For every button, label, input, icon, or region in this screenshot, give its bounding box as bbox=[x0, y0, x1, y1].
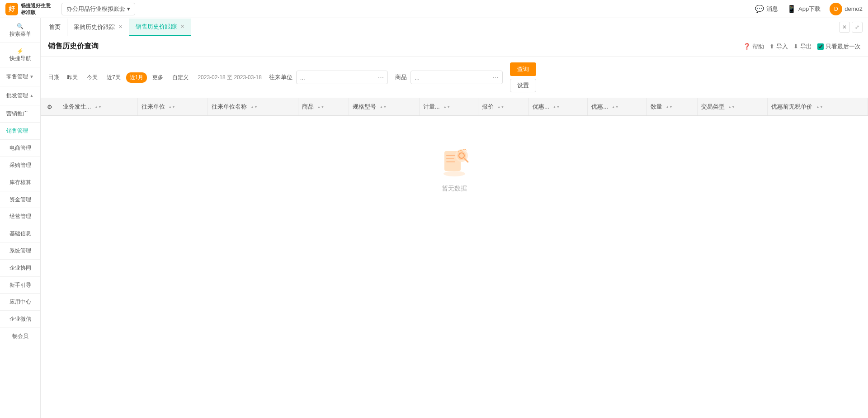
sidebar-item-finance[interactable]: 资金管理 bbox=[0, 191, 40, 209]
th-discount2[interactable]: 优惠... ▲▼ bbox=[588, 98, 646, 116]
partner-label: 往来单位 bbox=[269, 73, 292, 81]
th-qty[interactable]: 数量 ▲▼ bbox=[646, 98, 697, 116]
settings-button[interactable]: 设置 bbox=[510, 79, 536, 92]
help-button[interactable]: ❓ 帮助 bbox=[743, 43, 764, 51]
partner-input[interactable] bbox=[300, 74, 376, 81]
th-unit[interactable]: 计量... ▲▼ bbox=[419, 98, 478, 116]
sidebar: 🔍 搜索菜单 ⚡ 快捷导航 零售管理 ▼ 批发管理 ▲ 营销推广 销售管理 电商… bbox=[0, 18, 41, 418]
th-spec[interactable]: 规格型号 ▲▼ bbox=[349, 98, 419, 116]
title-actions: ❓ 帮助 ⬆ 导入 ⬇ 导出 只看最后一次 bbox=[743, 43, 861, 51]
data-table: ⚙ 业务发生... ▲▼ 往来单位 ▲▼ bbox=[41, 98, 868, 116]
download-label: App下载 bbox=[798, 5, 821, 13]
partner-input-wrapper[interactable]: ··· bbox=[296, 71, 388, 84]
sort-arrows-qty: ▲▼ bbox=[665, 105, 673, 109]
sidebar-item-enterprise[interactable]: 企业协同 bbox=[0, 260, 40, 277]
sidebar-item-operations[interactable]: 经营管理 bbox=[0, 208, 40, 225]
sidebar-item-system[interactable]: 系统管理 bbox=[0, 242, 40, 260]
sort-arrows-unit: ▲▼ bbox=[443, 105, 450, 109]
sort-arrows-spec: ▲▼ bbox=[380, 105, 387, 109]
date-tab-last7days[interactable]: 近7天 bbox=[103, 72, 124, 83]
th-product[interactable]: 商品 ▲▼ bbox=[298, 98, 349, 116]
th-gear[interactable]: ⚙ bbox=[41, 98, 59, 116]
tab-purchase-label: 采购历史价跟踪 bbox=[74, 23, 115, 31]
sidebar-item-wechat[interactable]: 企业微信 bbox=[0, 311, 40, 328]
app-selector-label: 办公用品行业模拟账套 bbox=[66, 5, 125, 13]
date-range-text: 2023-02-18 至 2023-03-18 bbox=[198, 74, 261, 81]
svg-rect-3 bbox=[446, 158, 454, 159]
sidebar-item-wholesale[interactable]: 批发管理 ▲ bbox=[0, 86, 40, 105]
message-button[interactable]: 💬 消息 bbox=[755, 5, 778, 13]
sidebar-item-purchase[interactable]: 采购管理 bbox=[0, 157, 40, 174]
top-header: 好 畅捷通好生意 标准版 办公用品行业模拟账套 ▾ 💬 消息 📱 App下载 D… bbox=[0, 0, 868, 18]
sort-arrows-partner-name: ▲▼ bbox=[250, 105, 258, 109]
product-ellipsis: ··· bbox=[492, 73, 498, 81]
sidebar-item-shortcuts[interactable]: ⚡ 快捷导航 bbox=[0, 43, 40, 68]
sort-arrows-product: ▲▼ bbox=[317, 105, 325, 109]
product-label: 商品 bbox=[395, 73, 407, 81]
sort-arrows-discount1: ▲▼ bbox=[553, 105, 560, 109]
sort-arrows-trade-type: ▲▼ bbox=[728, 105, 735, 109]
sort-arrows-discount2: ▲▼ bbox=[612, 105, 619, 109]
maximize-button[interactable]: ⤢ bbox=[852, 22, 863, 33]
export-button[interactable]: ⬇ 导出 bbox=[793, 43, 812, 51]
sidebar-item-marketing[interactable]: 营销推广 bbox=[0, 105, 40, 123]
th-trade-type[interactable]: 交易类型 ▲▼ bbox=[697, 98, 768, 116]
filter-buttons: 查询 设置 bbox=[510, 62, 536, 92]
partner-ellipsis: ··· bbox=[378, 73, 384, 81]
user-menu[interactable]: D demo2 bbox=[830, 3, 863, 15]
date-tab-yesterday[interactable]: 昨天 bbox=[63, 72, 81, 83]
header-left: 好 畅捷通好生意 标准版 办公用品行业模拟账套 ▾ bbox=[5, 2, 135, 15]
user-name: demo2 bbox=[844, 5, 863, 12]
date-tab-custom[interactable]: 自定义 bbox=[169, 72, 192, 83]
inner-content: 销售历史价查询 ❓ 帮助 ⬆ 导入 ⬇ 导出 bbox=[41, 36, 868, 418]
sidebar-item-inventory[interactable]: 库存核算 bbox=[0, 174, 40, 191]
tab-home[interactable]: 首页 bbox=[42, 19, 67, 36]
th-pretax-price[interactable]: 优惠前无税单价 ▲▼ bbox=[768, 98, 868, 116]
sort-arrows-pretax-price: ▲▼ bbox=[816, 105, 823, 109]
app-selector[interactable]: 办公用品行业模拟账套 ▾ bbox=[61, 3, 135, 15]
help-icon: ❓ bbox=[743, 43, 750, 50]
sidebar-item-newbie[interactable]: 新手引导 bbox=[0, 277, 40, 294]
download-button[interactable]: 📱 App下载 bbox=[787, 5, 821, 13]
logo-area: 好 畅捷通好生意 标准版 bbox=[5, 2, 51, 15]
partner-filter-group: 往来单位 ··· bbox=[269, 71, 388, 84]
date-tab-more[interactable]: 更多 bbox=[149, 72, 167, 83]
download-icon: 📱 bbox=[787, 5, 796, 13]
th-partner-name[interactable]: 往来单位名称 ▲▼ bbox=[208, 98, 298, 116]
sort-arrows-partner-code: ▲▼ bbox=[168, 105, 175, 109]
tab-sales-history[interactable]: 销售历史价跟踪 ✕ bbox=[129, 19, 191, 36]
product-input[interactable] bbox=[415, 74, 491, 81]
th-biz-date[interactable]: 业务发生... ▲▼ bbox=[59, 98, 137, 116]
date-tab-today[interactable]: 今天 bbox=[83, 72, 101, 83]
sidebar-item-basic-info[interactable]: 基础信息 bbox=[0, 225, 40, 242]
sidebar-item-apps[interactable]: 应用中心 bbox=[0, 294, 40, 311]
table-area: ⚙ 业务发生... ▲▼ 往来单位 ▲▼ bbox=[41, 98, 868, 418]
search-icon: 🔍 bbox=[17, 23, 24, 30]
th-partner-code[interactable]: 往来单位 ▲▼ bbox=[137, 98, 208, 116]
chevron-down-icon: ▼ bbox=[29, 74, 34, 79]
sidebar-item-vip[interactable]: 畅会员 bbox=[0, 328, 40, 345]
date-label: 日期 bbox=[48, 73, 60, 81]
th-discount1[interactable]: 优惠... ▲▼ bbox=[529, 98, 588, 116]
sidebar-item-retail[interactable]: 零售管理 ▼ bbox=[0, 67, 40, 86]
export-icon: ⬇ bbox=[793, 43, 798, 50]
close-purchase-tab-icon[interactable]: ✕ bbox=[118, 24, 123, 30]
sidebar-item-sales-mgmt[interactable]: 销售管理 bbox=[0, 123, 40, 140]
only-last-checkbox[interactable]: 只看最后一次 bbox=[817, 43, 861, 51]
main-layout: 🔍 搜索菜单 ⚡ 快捷导航 零售管理 ▼ 批发管理 ▲ 营销推广 销售管理 电商… bbox=[0, 18, 868, 418]
only-last-checkbox-input[interactable] bbox=[817, 43, 824, 50]
import-button[interactable]: ⬆ 导入 bbox=[769, 43, 788, 51]
shortcuts-icon: ⚡ bbox=[17, 48, 24, 55]
product-input-wrapper[interactable]: ··· bbox=[410, 71, 502, 84]
sidebar-item-search[interactable]: 🔍 搜索菜单 bbox=[0, 18, 40, 43]
query-button[interactable]: 查询 bbox=[510, 62, 536, 76]
tab-sales-label: 销售历史价跟踪 bbox=[136, 23, 177, 31]
sidebar-item-ecommerce[interactable]: 电商管理 bbox=[0, 140, 40, 157]
sort-arrows-quote: ▲▼ bbox=[497, 105, 505, 109]
tab-purchase-history[interactable]: 采购历史价跟踪 ✕ bbox=[67, 19, 129, 36]
avatar: D bbox=[830, 3, 842, 15]
close-sales-tab-icon[interactable]: ✕ bbox=[180, 24, 184, 29]
date-tab-1month[interactable]: 近1月 bbox=[126, 72, 147, 83]
close-all-tabs-button[interactable]: ✕ bbox=[839, 22, 850, 33]
th-quote[interactable]: 报价 ▲▼ bbox=[478, 98, 529, 116]
